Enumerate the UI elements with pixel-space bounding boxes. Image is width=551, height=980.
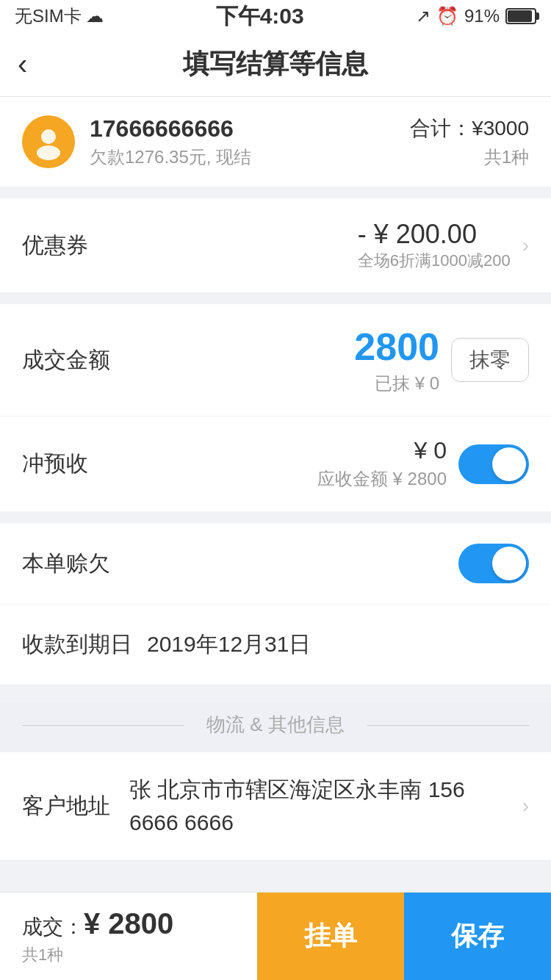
nav-bar: ‹ 填写结算等信息 [0,32,551,97]
status-bar-left: 无SIM卡 ☁ [15,4,104,28]
status-bar: 无SIM卡 ☁ 下午4:03 ↗ ⏰ 91% [0,0,551,32]
coupon-label: 优惠券 [22,231,88,261]
total-label-amount: 合计：¥3000 [410,115,529,143]
coupon-info: - ¥ 200.00 全场6折满1000减200 [358,219,511,272]
credit-section: 本单赊欠 收款到期日 2019年12月31日 [0,523,551,685]
status-bar-right: ↗ ⏰ 91% [416,6,536,26]
coupon-desc: 全场6折满1000减200 [358,250,511,272]
deal-section: 成交金额 2800 已抹 ¥ 0 抹零 冲预收 ¥ 0 应收金额 ¥ 2800 [0,304,551,511]
due-date-label: 收款到期日 [22,630,132,660]
content: 17666666666 欠款1276.35元, 现结 合计：¥3000 共1种 … [0,97,551,955]
credit-row: 本单赊欠 [0,523,551,605]
coupon-right: - ¥ 200.00 全场6折满1000减200 › [358,219,529,272]
svg-point-0 [41,129,56,144]
prepay-row: 冲预收 ¥ 0 应收金额 ¥ 2800 [0,417,551,511]
round-zero-button[interactable]: 抹零 [451,338,529,382]
location-icon: ↗ [416,6,431,26]
coupon-amount: - ¥ 200.00 [358,219,511,250]
bottom-summary: 成交：¥ 2800 共1种 [0,907,257,966]
customer-info: 17666666666 欠款1276.35元, 现结 [90,115,251,169]
bottom-deal-amount: ¥ 2800 [84,907,173,940]
credit-right [458,544,529,583]
customer-left: 17666666666 欠款1276.35元, 现结 [22,115,251,169]
coupon-row[interactable]: 优惠券 - ¥ 200.00 全场6折满1000减200 › [0,198,551,292]
address-label: 客户地址 [22,791,118,821]
back-button[interactable]: ‹ [18,48,27,81]
customer-phone: 17666666666 [90,115,251,143]
divider-text: 物流 & 其他信息 [206,713,345,735]
bottom-deal-label: 成交：¥ 2800 [22,907,235,941]
deal-row: 成交金额 2800 已抹 ¥ 0 抹零 [0,304,551,417]
customer-debt: 欠款1276.35元, 现结 [90,145,251,169]
credit-label: 本单赊欠 [22,549,110,579]
deal-amount: 2800 [354,325,439,369]
prepay-toggle-knob [492,447,526,481]
alarm-icon: ⏰ [436,6,458,26]
prepay-label: 冲预收 [22,449,88,479]
bottom-deal-label-text: 成交： [22,915,84,938]
prepay-amount-col: ¥ 0 应收金额 ¥ 2800 [317,437,447,491]
credit-toggle[interactable] [458,544,529,583]
address-chevron-icon: › [522,794,529,818]
deal-label: 成交金额 [22,345,110,375]
divider-section: 物流 & 其他信息 [0,697,551,752]
coupon-chevron-icon: › [522,234,529,257]
svg-point-1 [37,145,60,160]
battery-icon [505,8,536,24]
bottom-count: 共1种 [22,944,235,966]
total-count: 共1种 [410,145,529,169]
prepay-amount: ¥ 0 [414,437,447,464]
due-date-row: 收款到期日 2019年12月31日 [0,605,551,685]
customer-right: 合计：¥3000 共1种 [410,115,529,169]
page-title: 填写结算等信息 [183,46,368,82]
bottom-bar: 成交：¥ 2800 共1种 挂单 保存 [0,892,551,980]
total-label: 合计： [410,117,472,140]
signal-text: 无SIM卡 ☁ [15,4,104,28]
prepay-desc: 应收金额 ¥ 2800 [317,467,447,491]
battery-percent: 91% [464,6,500,26]
due-date-value: 2019年12月31日 [147,630,311,660]
status-bar-time: 下午4:03 [216,1,304,32]
hang-button[interactable]: 挂单 [257,893,404,981]
avatar [22,115,75,168]
customer-card: 17666666666 欠款1276.35元, 现结 合计：¥3000 共1种 [0,97,551,187]
deal-amount-col: 2800 已抹 ¥ 0 [354,325,439,395]
address-row[interactable]: 客户地址 张 北京市市辖区海淀区永丰南 156 6666 6666 › [0,752,551,860]
total-amount: ¥3000 [472,117,529,140]
save-button[interactable]: 保存 [404,893,551,981]
credit-toggle-knob [492,547,526,580]
deal-right: 2800 已抹 ¥ 0 抹零 [354,325,529,395]
prepay-right: ¥ 0 应收金额 ¥ 2800 [317,437,529,491]
address-value: 张 北京市市辖区海淀区永丰南 156 6666 6666 [129,773,506,839]
deal-amount-secondary: 已抹 ¥ 0 [354,372,439,395]
prepay-toggle[interactable] [458,444,529,484]
